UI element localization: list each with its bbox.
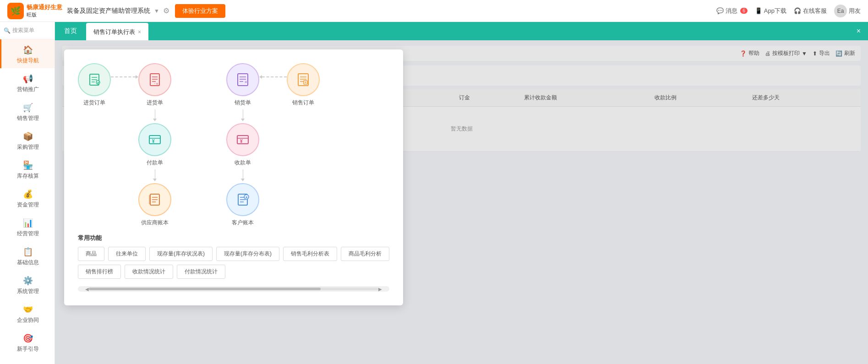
sidebar-item-inventory[interactable]: 🏪 库存核算 xyxy=(0,155,55,184)
common-functions: 常用功能 商品 往来单位 现存量(库存状况表) 现存量(库存分布表) 销售毛利分… xyxy=(78,234,389,279)
func-btn-payment-stat[interactable]: 付款情况统计 xyxy=(177,265,225,279)
user-name: 用友 xyxy=(849,7,861,15)
scroll-right-icon[interactable]: ▶ xyxy=(378,287,382,292)
sidebar-item-sales[interactable]: 🛒 销售管理 xyxy=(0,97,55,126)
svg-text:¥: ¥ xyxy=(152,139,155,144)
system-dropdown-icon[interactable]: ▼ xyxy=(154,8,159,14)
tab-label-sales-order: 销售订单执行表 xyxy=(93,28,135,36)
marketing-icon: 📢 xyxy=(23,74,33,84)
sidebar-item-basic-info[interactable]: 📋 基础信息 xyxy=(0,241,55,270)
arrow-so-to-sb xyxy=(259,75,287,79)
receipt-label: 收款单 xyxy=(235,159,251,167)
logo-main-text: 畅康通好生意 xyxy=(27,4,62,11)
func-btn-stock-dist[interactable]: 现存量(库存分布表) xyxy=(216,247,279,261)
trial-button[interactable]: 体验行业方案 xyxy=(175,4,225,18)
logo-area: 🌿 畅康通好生意 旺版 xyxy=(7,3,62,19)
down-arrow-sb xyxy=(226,109,259,121)
svg-text:¥: ¥ xyxy=(240,139,243,144)
func-btn-goods[interactable]: 商品 xyxy=(78,247,104,261)
down-arrow-rec xyxy=(226,169,259,181)
svg-rect-32 xyxy=(149,195,151,204)
func-btn-receipt-stat[interactable]: 收款情况统计 xyxy=(125,265,173,279)
message-icon: 💬 xyxy=(716,7,724,14)
flow-node-sales-order[interactable]: 销售订单 xyxy=(287,63,320,107)
sidebar-label-finance: 资金管理 xyxy=(17,201,39,209)
modal-overlay: 进货订单 xyxy=(55,40,868,364)
avatar: Ea xyxy=(834,5,847,17)
tab-sales-order[interactable]: 销售订单执行表 × xyxy=(86,23,148,41)
scroll-left-icon[interactable]: ◀ xyxy=(85,287,89,292)
user-area[interactable]: Ea 用友 xyxy=(834,5,861,17)
common-title: 常用功能 xyxy=(78,234,389,242)
sidebar-item-system[interactable]: ⚙️ 系统管理 xyxy=(0,270,55,299)
payment-label: 付款单 xyxy=(147,159,163,167)
func-btn-goods-margin[interactable]: 商品毛利分析 xyxy=(341,247,389,261)
message-badge: 6 xyxy=(740,8,748,14)
svg-rect-22 xyxy=(149,136,160,144)
quick-nav-icon: 🏠 xyxy=(23,45,33,55)
logo-icon: 🌿 xyxy=(7,3,24,19)
sidebar-item-marketing[interactable]: 📢 营销推广 xyxy=(0,68,55,97)
inventory-icon: 🏪 xyxy=(23,160,33,170)
online-service-btn[interactable]: 🎧 在线客服 xyxy=(794,7,827,15)
supplier-ledger-circle xyxy=(138,183,171,216)
sidebar-item-finance[interactable]: 💰 资金管理 xyxy=(0,184,55,212)
sidebar-item-operations[interactable]: 📊 经营管理 xyxy=(0,212,55,241)
purchase-bill-circle: - xyxy=(138,63,171,96)
operations-icon: 📊 xyxy=(23,218,33,228)
message-label: 消息 xyxy=(726,7,737,15)
scroll-track xyxy=(89,288,378,290)
svg-rect-15 xyxy=(298,74,308,86)
sidebar-label-system: 系统管理 xyxy=(17,288,39,295)
app-download-label: App下载 xyxy=(764,7,786,15)
func-btn-partner[interactable]: 往来单位 xyxy=(108,247,146,261)
sidebar-label-sales: 销售管理 xyxy=(17,114,39,122)
func-btn-sales-rank[interactable]: 销售排行榜 xyxy=(78,265,121,279)
modal-scrollbar[interactable]: ◀ ▶ xyxy=(78,286,389,292)
flow-node-purchase-bill[interactable]: - 进货单 xyxy=(138,63,171,107)
customer-ledger-circle: ★ xyxy=(226,183,259,216)
headset-icon: 🎧 xyxy=(794,7,801,14)
flow-node-sales-bill[interactable]: ≡ 销货单 xyxy=(226,63,259,107)
app-download-btn[interactable]: 📱 App下载 xyxy=(755,7,786,15)
flow-node-supplier-ledger[interactable]: 供应商账本 xyxy=(138,183,171,227)
sidebar-item-quick-nav[interactable]: 🏠 快捷导航 xyxy=(0,39,55,68)
tab-bar: 首页 销售订单执行表 × × xyxy=(55,22,868,40)
sales-order-circle xyxy=(287,63,320,96)
sidebar-item-enterprise[interactable]: 🤝 企业协同 xyxy=(0,299,55,328)
tab-bar-close-icon[interactable]: × xyxy=(857,27,861,35)
gear-icon[interactable]: ⚙ xyxy=(163,6,169,15)
newbie-icon: 🎯 xyxy=(23,333,33,343)
receipt-circle: ¥ xyxy=(226,123,259,156)
system-title: 装备及固定资产辅助管理系统 xyxy=(67,7,150,15)
svg-text:★: ★ xyxy=(245,196,248,199)
main-layout: 🔍 搜索菜单 🏠 快捷导航 📢 营销推广 🛒 销售管理 📦 采购管理 🏪 库存核… xyxy=(0,22,868,364)
tab-home[interactable]: 首页 xyxy=(55,22,86,40)
sidebar-search[interactable]: 🔍 搜索菜单 xyxy=(0,22,55,39)
finance-icon: 💰 xyxy=(23,189,33,199)
sidebar-item-newbie[interactable]: 🎯 新手引导 xyxy=(0,328,55,357)
message-btn[interactable]: 💬 消息 6 xyxy=(716,7,748,15)
modal-box: 进货订单 xyxy=(64,49,403,305)
sidebar-label-operations: 经营管理 xyxy=(17,230,39,238)
sidebar-label-quick-nav: 快捷导航 xyxy=(17,57,39,65)
flow-node-purchase-order[interactable]: 进货订单 xyxy=(78,63,111,107)
sidebar-label-basic-info: 基础信息 xyxy=(17,259,39,266)
purchase-order-circle xyxy=(78,63,111,96)
tab-close-icon[interactable]: × xyxy=(138,29,141,35)
flow-node-customer-ledger[interactable]: ★ 客户账本 xyxy=(226,183,259,227)
svg-rect-25 xyxy=(237,136,248,144)
down-arrow-pay xyxy=(138,169,171,181)
enterprise-icon: 🤝 xyxy=(23,304,33,315)
func-btn-sales-margin[interactable]: 销售毛利分析表 xyxy=(283,247,337,261)
svg-text:-: - xyxy=(154,81,156,85)
logo-sub-text: 旺版 xyxy=(27,11,62,18)
sales-icon: 🛒 xyxy=(23,103,33,113)
sidebar-label-purchase: 采购管理 xyxy=(17,143,39,151)
flow-node-payment[interactable]: ¥ 付款单 xyxy=(138,123,171,167)
func-btn-row-1: 商品 往来单位 现存量(库存状况表) 现存量(库存分布表) 销售毛利分析表 商品… xyxy=(78,247,389,261)
sales-bill-label: 销货单 xyxy=(235,99,251,107)
flow-node-receipt[interactable]: ¥ 收款单 xyxy=(226,123,259,167)
func-btn-stock-status[interactable]: 现存量(库存状况表) xyxy=(149,247,213,261)
sidebar-item-purchase[interactable]: 📦 采购管理 xyxy=(0,126,55,155)
